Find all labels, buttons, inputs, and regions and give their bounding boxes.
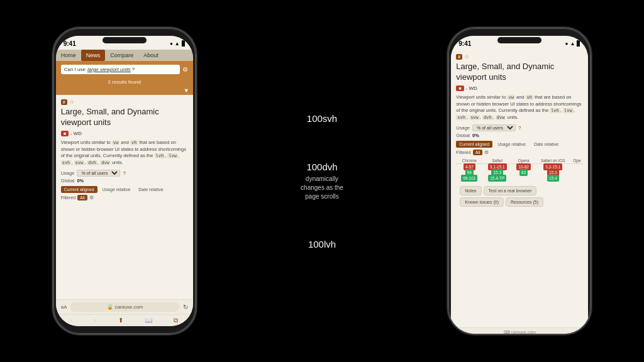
left-lock-icon: 🔒 — [107, 304, 113, 310]
right-power — [591, 85, 592, 105]
results-bar: 2 results found — [56, 78, 193, 86]
wd-badge: ■ — [61, 131, 69, 136]
gear-icon[interactable]: ⚙ — [182, 66, 188, 73]
header-safari: Safari — [482, 158, 512, 164]
filter-icon[interactable]: ▼ — [184, 87, 189, 94]
lvh-label: 100lvh — [308, 239, 336, 250]
cell-safari-ios-3: 15.4 — [547, 175, 559, 182]
svh-value: 100svh — [307, 113, 337, 124]
left-global-label: Global — [61, 178, 75, 184]
left-feature-header: # ☆ — [61, 99, 188, 105]
right-subtitle-text: - WD — [466, 85, 477, 91]
right-feature-desc: Viewport units similar to vw and vh that… — [456, 94, 583, 121]
code-dvw: dvw — [100, 160, 111, 165]
right-filtered-row: Filtered All ⚙ — [456, 150, 583, 155]
right-status-icons: ● ▲ ▊ — [565, 41, 581, 47]
results-text: 2 results found — [108, 79, 140, 85]
right-caniuse-url: ⌨ caniuse.com — [504, 330, 536, 334]
header-ope: Ope — [570, 158, 583, 164]
right-tab-usage[interactable]: Usage relative — [494, 141, 529, 148]
search-query: large viewport units — [87, 67, 131, 72]
resources-button[interactable]: Resources (5) — [506, 197, 543, 207]
left-tab-date[interactable]: Date relative — [135, 186, 166, 193]
right-usage-row: Usage % of all users ? — [456, 124, 583, 131]
right-dynamic-island — [497, 37, 541, 43]
dvh-label: 100dvh dynamicallychanges as thepage scr… — [301, 162, 343, 201]
left-share-button[interactable]: ⬆ — [118, 317, 123, 324]
can-i-use-label: Can I use — [64, 67, 86, 72]
scene: 9:41 ● ▲ ▊ Home News Compare About Can I… — [0, 0, 644, 362]
right-feature-title: Large, Small, and Dynamic viewport units — [456, 62, 583, 83]
left-content: # ☆ Large, Small, and Dynamic viewport u… — [56, 95, 193, 207]
left-filtered-row: Filtered All ⚙ — [61, 195, 188, 200]
right-code-lvh: lvh — [550, 108, 560, 113]
left-nav-arrows: ‹ › ⬆ 📖 ⧉ — [56, 314, 193, 326]
left-usage-label: Usage — [61, 170, 75, 176]
left-phone: 9:41 ● ▲ ▊ Home News Compare About Can I… — [52, 27, 197, 335]
right-usage-select[interactable]: % of all users — [472, 124, 516, 131]
code-vw: vw — [112, 140, 119, 145]
right-feature-subtitle: ■ - WD — [456, 85, 583, 91]
left-forward-button[interactable]: › — [94, 317, 96, 324]
right-code-lvw: lvw — [563, 108, 574, 113]
left-all-badge[interactable]: All — [77, 195, 87, 200]
left-filter-gear[interactable]: ⚙ — [89, 195, 94, 200]
table-row: 99-101 15.4-TP 15.4 — [456, 175, 583, 181]
left-usage-row: Usage % of all users ? — [61, 170, 188, 177]
right-screen: 9:41 ● ▲ ▊ # ☆ Large, Small, and Dynamic… — [451, 36, 588, 335]
left-screen: 9:41 ● ▲ ▊ Home News Compare About Can I… — [56, 36, 193, 326]
left-back-button[interactable]: ‹ — [70, 317, 72, 324]
left-url-text: caniuse.com — [115, 304, 143, 310]
right-caniuse-bar: ⌨ caniuse.com — [451, 327, 588, 335]
code-lvw: lvw — [167, 153, 178, 158]
nav-news[interactable]: News — [81, 50, 106, 61]
right-caniuse-bar-container: ⌨ caniuse.com — [451, 327, 588, 335]
cell-chrome-3: 99-101 — [461, 175, 477, 182]
cell-opera-2: 83 — [519, 169, 528, 176]
known-issues-button[interactable]: Known issues (0) — [460, 197, 504, 207]
code-lvh: lvh — [155, 153, 165, 158]
wifi-icon: ▲ — [175, 41, 180, 47]
header-chrome: Chrome — [456, 158, 482, 164]
right-code-vw: vw — [507, 95, 514, 100]
left-tabs-row: Current aligned Usage relative Date rela… — [61, 186, 188, 193]
code-svh: svh — [61, 160, 72, 165]
right-global-row: Global 0% — [456, 133, 583, 138]
search-input[interactable]: Can I use large viewport units ? — [61, 65, 180, 74]
star-icon[interactable]: ☆ — [69, 99, 74, 105]
left-bookmarks-button[interactable]: 📖 — [145, 317, 152, 324]
left-time: 9:41 — [64, 40, 76, 47]
test-browser-button[interactable]: Test on a real browser — [484, 186, 537, 195]
right-battery-icon: ▊ — [577, 41, 580, 47]
left-usage-help: ? — [123, 170, 125, 176]
left-tab-usage[interactable]: Usage relative — [99, 186, 134, 193]
nav-home[interactable]: Home — [56, 50, 81, 61]
nav-compare[interactable]: Compare — [105, 50, 138, 61]
left-browser-chrome: aA 🔒 caniuse.com ↻ ‹ › ⬆ 📖 ⧉ — [56, 299, 193, 326]
right-time: 9:41 — [458, 40, 471, 47]
right-filter-gear[interactable]: ⚙ — [484, 150, 489, 155]
header-opera: Opera — [512, 158, 535, 164]
vol-down-button — [52, 96, 53, 110]
left-aa-label[interactable]: aA — [61, 304, 67, 310]
center-measurement-labels: 100svh 100dvh dynamicallychanges as thep… — [301, 113, 343, 250]
left-url-bar-container: aA 🔒 caniuse.com ↻ — [56, 299, 193, 314]
right-usage-help: ? — [518, 125, 521, 131]
right-signal-icon: ● — [565, 41, 569, 47]
right-code-svw: svw — [469, 115, 480, 120]
right-tab-date[interactable]: Date relative — [531, 141, 562, 148]
right-tab-current[interactable]: Current aligned — [456, 141, 492, 148]
left-usage-select[interactable]: % of all users — [77, 170, 120, 177]
right-all-badge[interactable]: All — [473, 150, 483, 155]
left-refresh-icon[interactable]: ↻ — [183, 304, 188, 310]
left-tabs-button[interactable]: ⧉ — [174, 317, 178, 324]
notes-button[interactable]: Notes — [460, 186, 481, 195]
right-hash-tag: # — [456, 54, 462, 60]
left-url-bar[interactable]: 🔒 caniuse.com — [70, 302, 179, 312]
nav-about[interactable]: About — [138, 50, 164, 61]
right-code-svh: svh — [456, 115, 467, 120]
right-phone: 9:41 ● ▲ ▊ # ☆ Large, Small, and Dynamic… — [447, 27, 592, 335]
right-star-icon[interactable]: ☆ — [464, 53, 469, 60]
right-filtered-label: Filtered — [456, 150, 470, 155]
left-tab-current[interactable]: Current aligned — [61, 186, 97, 193]
